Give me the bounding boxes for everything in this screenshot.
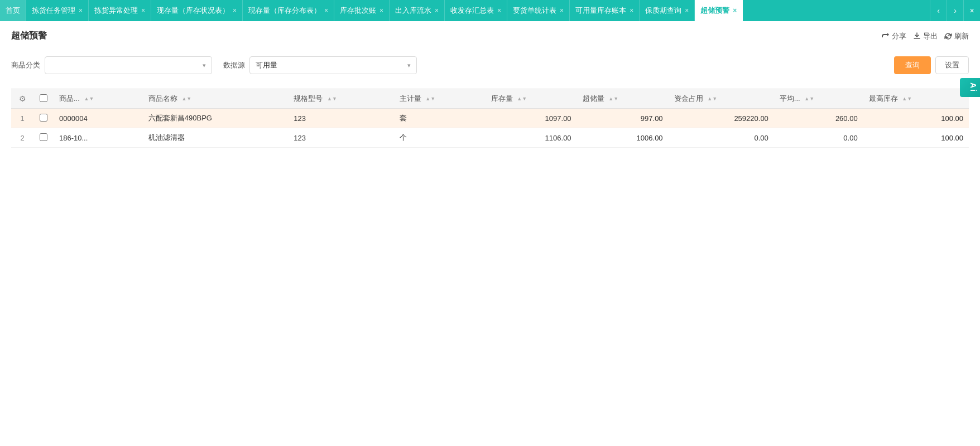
nav-arrows: ‹ › × bbox=[930, 0, 980, 21]
refresh-button[interactable]: 刷新 bbox=[944, 31, 969, 41]
sort-icon-avg[interactable]: ▲▼ bbox=[804, 96, 814, 101]
row-checkbox-1[interactable] bbox=[40, 133, 47, 141]
col-spec-header: 规格型号 ▲▼ bbox=[288, 89, 393, 109]
row-checkbox-0[interactable] bbox=[40, 114, 47, 122]
nav-close-icon[interactable]: × bbox=[379, 7, 383, 14]
cell-unit-0: 套 bbox=[394, 109, 486, 128]
nav-close-icon[interactable]: × bbox=[630, 7, 633, 14]
sort-icon-stock[interactable]: ▲▼ bbox=[517, 96, 527, 101]
gear-icon[interactable]: ⚙ bbox=[19, 94, 26, 103]
cell-avg-1: 0.00 bbox=[774, 128, 863, 148]
datasource-select[interactable]: 可用量 ▾ bbox=[249, 56, 417, 74]
ai-badge[interactable]: Ai bbox=[960, 78, 980, 97]
nav-item-保质期查询[interactable]: 保质期查询× bbox=[640, 0, 695, 21]
nav-close-icon[interactable]: × bbox=[560, 7, 564, 14]
cell-index-1: 2 bbox=[11, 128, 33, 148]
col-product-code-header: 商品... ▲▼ bbox=[54, 89, 143, 109]
filter-bar: 商品分类 ▾ 数据源 可用量 ▾ 查询 设置 bbox=[11, 51, 969, 80]
cell-product-code-0: 0000004 bbox=[54, 109, 143, 128]
export-button[interactable]: 导出 bbox=[913, 31, 938, 41]
nav-close-icon[interactable]: × bbox=[141, 7, 145, 14]
cell-capital-1: 0.00 bbox=[669, 128, 774, 148]
share-icon bbox=[882, 32, 890, 40]
export-icon bbox=[913, 32, 921, 40]
nav-close-icon[interactable]: × bbox=[435, 7, 439, 14]
datasource-filter: 数据源 可用量 ▾ bbox=[223, 56, 417, 74]
sort-icon-unit[interactable]: ▲▼ bbox=[425, 96, 435, 101]
nav-close-icon[interactable]: × bbox=[733, 7, 737, 14]
nav-item-出入库流水[interactable]: 出入库流水× bbox=[390, 0, 445, 21]
sort-icon-spec[interactable]: ▲▼ bbox=[327, 96, 337, 101]
cell-product-name-0: 六配套新昌490BPG bbox=[143, 109, 289, 128]
sort-icon-product-name[interactable]: ▲▼ bbox=[181, 96, 191, 101]
col-gear: ⚙ bbox=[11, 89, 33, 109]
cell-avg-0: 260.00 bbox=[774, 109, 863, 128]
filter-buttons: 查询 设置 bbox=[894, 56, 969, 74]
nav-item-收发存汇总表[interactable]: 收发存汇总表× bbox=[445, 0, 507, 21]
nav-item-要货单统计表[interactable]: 要货单统计表× bbox=[507, 0, 570, 21]
col-unit-header: 主计量 ▲▼ bbox=[394, 89, 486, 109]
sort-icon-product-code[interactable]: ▲▼ bbox=[84, 96, 94, 101]
share-button[interactable]: 分享 bbox=[882, 31, 906, 41]
refresh-icon bbox=[944, 32, 952, 40]
settings-button[interactable]: 设置 bbox=[935, 56, 969, 74]
page-content: 超储预警 分享 导出 刷新 bbox=[0, 21, 980, 157]
nav-item-现存量-库存分布表-[interactable]: 现存量（库存分布表）× bbox=[243, 0, 334, 21]
category-chevron-icon: ▾ bbox=[203, 62, 206, 69]
nav-prev-arrow[interactable]: ‹ bbox=[930, 0, 947, 21]
nav-close-arrow[interactable]: × bbox=[963, 0, 980, 21]
nav-next-arrow[interactable]: › bbox=[947, 0, 963, 21]
col-avg-header: 平均... ▲▼ bbox=[774, 89, 863, 109]
cell-max-stock-0: 100.00 bbox=[863, 109, 969, 128]
nav-item-库存批次账[interactable]: 库存批次账× bbox=[334, 0, 390, 21]
nav-close-icon[interactable]: × bbox=[233, 7, 237, 14]
cell-checkbox-0 bbox=[33, 109, 54, 128]
category-select[interactable]: ▾ bbox=[45, 56, 212, 74]
col-overstock-header: 超储量 ▲▼ bbox=[577, 89, 669, 109]
cell-product-name-1: 机油滤清器 bbox=[143, 128, 289, 148]
nav-close-icon[interactable]: × bbox=[79, 7, 83, 14]
sort-icon-overstock[interactable]: ▲▼ bbox=[608, 96, 618, 101]
cell-stock-0: 1097.00 bbox=[486, 109, 577, 128]
col-stock-header: 库存量 ▲▼ bbox=[486, 89, 577, 109]
table-row: 10000004六配套新昌490BPG123套1097.00997.002592… bbox=[11, 109, 969, 128]
table-header-row: ⚙ 商品... ▲▼ 商品名称 ▲▼ 规格型号 ▲▼ 主计 bbox=[11, 89, 969, 109]
nav-item-超储预警[interactable]: 超储预警× bbox=[695, 0, 743, 21]
category-filter: 商品分类 ▾ bbox=[11, 56, 212, 74]
cell-overstock-0: 997.00 bbox=[577, 109, 669, 128]
nav-close-icon[interactable]: × bbox=[324, 7, 328, 14]
cell-capital-0: 259220.00 bbox=[669, 109, 774, 128]
table-body: 10000004六配套新昌490BPG123套1097.00997.002592… bbox=[11, 109, 969, 148]
nav-item-现存量-库存状况表-[interactable]: 现存量（库存状况表）× bbox=[151, 0, 243, 21]
cell-checkbox-1 bbox=[33, 128, 54, 148]
cell-max-stock-1: 100.00 bbox=[863, 128, 969, 148]
top-navigation: 首页拣货任务管理×拣货异常处理×现存量（库存状况表）×现存量（库存分布表）×库存… bbox=[0, 0, 980, 21]
table-row: 2186-10...机油滤清器123个1106.001006.000.000.0… bbox=[11, 128, 969, 148]
datasource-select-value: 可用量 bbox=[256, 60, 277, 70]
sort-icon-max-stock[interactable]: ▲▼ bbox=[902, 96, 912, 101]
datasource-label: 数据源 bbox=[223, 60, 245, 70]
data-table: ⚙ 商品... ▲▼ 商品名称 ▲▼ 规格型号 ▲▼ 主计 bbox=[11, 89, 969, 148]
cell-index-0: 1 bbox=[11, 109, 33, 128]
col-capital-header: 资金占用 ▲▼ bbox=[669, 89, 774, 109]
cell-spec-1: 123 bbox=[288, 128, 393, 148]
nav-item-首页[interactable]: 首页 bbox=[0, 0, 26, 21]
nav-item-拣货任务管理[interactable]: 拣货任务管理× bbox=[26, 0, 89, 21]
select-all-checkbox[interactable] bbox=[40, 94, 47, 102]
cell-product-code-1: 186-10... bbox=[54, 128, 143, 148]
col-product-name-header: 商品名称 ▲▼ bbox=[143, 89, 289, 109]
cell-overstock-1: 1006.00 bbox=[577, 128, 669, 148]
col-checkbox-header bbox=[33, 89, 54, 109]
query-button[interactable]: 查询 bbox=[894, 56, 931, 74]
cell-unit-1: 个 bbox=[394, 128, 486, 148]
datasource-chevron-icon: ▾ bbox=[407, 62, 411, 69]
table-header: ⚙ 商品... ▲▼ 商品名称 ▲▼ 规格型号 ▲▼ 主计 bbox=[11, 89, 969, 109]
nav-close-icon[interactable]: × bbox=[685, 7, 689, 14]
col-max-stock-header: 最高库存 ▲▼ bbox=[863, 89, 969, 109]
nav-item-可用量库存账本[interactable]: 可用量库存账本× bbox=[570, 0, 640, 21]
sort-icon-capital[interactable]: ▲▼ bbox=[707, 96, 717, 101]
cell-stock-1: 1106.00 bbox=[486, 128, 577, 148]
category-label: 商品分类 bbox=[11, 60, 40, 70]
nav-close-icon[interactable]: × bbox=[497, 7, 501, 14]
nav-item-拣货异常处理[interactable]: 拣货异常处理× bbox=[89, 0, 151, 21]
